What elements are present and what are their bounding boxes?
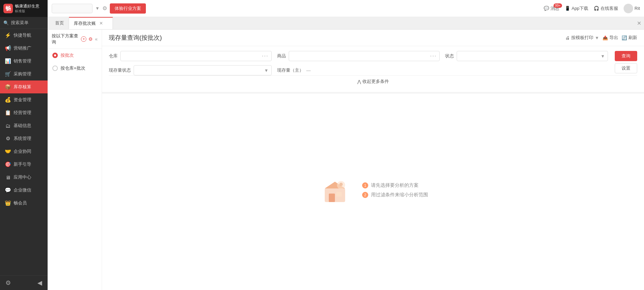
export-btn[interactable]: 📤 导出 — [603, 35, 618, 41]
sidebar-item-member[interactable]: 👑 畅会员 — [0, 197, 48, 210]
sidebar-collapse-btn[interactable]: ◀ — [35, 279, 44, 287]
svg-rect-2 — [329, 194, 335, 202]
scheme-dot-active — [52, 53, 58, 58]
brand-name: 畅康通好生意 — [15, 4, 39, 9]
warehouse-label: 仓库 — [109, 53, 118, 59]
customer-service-label: 在线客服 — [600, 5, 618, 12]
scheme-panel-title: 按以下方案查询 — [52, 33, 81, 45]
sidebar-item-label: 资金管理 — [14, 97, 31, 103]
messages-btn[interactable]: 💬 消息 99+ — [544, 5, 559, 12]
sidebar-item-label: 新手引导 — [14, 161, 31, 167]
filter-settings-btn[interactable]: 设置 — [615, 63, 637, 73]
page-header: 现存量查询(按批次) 🖨 按模板打印 ▼ 📤 导出 🔄 刷新 — [102, 30, 644, 46]
sidebar-item-enterprise[interactable]: 🤝 企业协同 — [0, 145, 48, 158]
search-icon: 🔍 — [3, 20, 9, 25]
scheme-dot-inactive — [52, 66, 58, 71]
enterprise-icon: 🤝 — [5, 148, 11, 155]
sidebar-item-finance[interactable]: 💰 资金管理 — [0, 93, 48, 106]
purchase-icon: 🛒 — [5, 71, 11, 77]
sidebar-item-operation[interactable]: 📋 经营管理 — [0, 106, 48, 119]
tab-inventory-batch-label: 库存批次账 — [74, 21, 96, 26]
app-download-label: App下载 — [572, 5, 588, 12]
status-select[interactable]: ▼ — [457, 51, 608, 61]
customer-service-btn[interactable]: 🎧 在线客服 — [594, 5, 618, 12]
refresh-btn[interactable]: 🔄 刷新 — [622, 35, 637, 41]
filter-row-2: 现存量状态 ▼ 现存量（主） — — [109, 65, 608, 75]
sidebar-search[interactable]: 🔍 搜索菜单 — [0, 17, 48, 29]
sidebar-item-label: 库存核算 — [14, 84, 31, 90]
product-dots-icon: ··· — [430, 53, 437, 59]
collapse-more-btn[interactable]: ⋀ 收起更多条件 — [109, 75, 637, 87]
scheme-panel-actions: + ⚙ « — [81, 36, 98, 42]
scheme-item-by-warehouse-batch[interactable]: 按仓库+批次 — [48, 62, 102, 75]
refresh-icon: 🔄 — [622, 35, 627, 40]
sidebar-item-quick-nav[interactable]: ⚡ 快捷导航 — [0, 29, 48, 42]
query-buttons: 查询 设置 — [615, 51, 637, 73]
sidebar-item-label: 销售管理 — [14, 58, 31, 64]
scheme-settings-btn[interactable]: ⚙ — [88, 36, 93, 42]
product-input[interactable]: ··· — [289, 51, 440, 61]
query-btn[interactable]: 查询 — [615, 51, 637, 61]
sidebar-item-system[interactable]: ⚙ 系统管理 — [0, 132, 48, 145]
stock-status-field: 现存量状态 ▼ — [109, 65, 272, 75]
sidebar-item-app[interactable]: 🖥 应用中心 — [0, 171, 48, 184]
scheme-collapse-left-icon[interactable]: « — [95, 36, 98, 42]
empty-state: 1 请先选择要分析的方案 2 用过滤条件来缩小分析范围 — [102, 94, 644, 290]
sidebar: 畅 畅康通好生意 标准版 🔍 搜索菜单 ⚡ 快捷导航 📢 营销推广 📊 销售管理… — [0, 0, 48, 290]
wechat-icon: 💬 — [5, 187, 11, 193]
app-download-btn[interactable]: 📱 App下载 — [565, 5, 588, 12]
topbar-gear-icon[interactable]: ⚙ — [102, 5, 107, 12]
scheme-add-btn[interactable]: + — [81, 36, 86, 42]
trial-btn[interactable]: 体验行业方案 — [110, 3, 146, 14]
page-title: 现存量查询(按批次) — [109, 34, 162, 42]
scheme-panel: 按以下方案查询 + ⚙ « 按批次 按仓库+批次 — [48, 30, 102, 290]
sidebar-item-label: 应用中心 — [14, 174, 31, 180]
scheme-item-by-batch[interactable]: 按批次 — [48, 49, 102, 62]
topbar-search-input[interactable] — [52, 4, 92, 13]
sidebar-item-label: 系统管理 — [14, 135, 31, 142]
close-panel-icon[interactable]: ✕ — [637, 20, 641, 26]
sidebar-item-guide[interactable]: 🎯 新手引导 — [0, 158, 48, 171]
query-panel: 现存量查询(按批次) 🖨 按模板打印 ▼ 📤 导出 🔄 刷新 — [102, 30, 644, 290]
sales-icon: 📊 — [5, 58, 11, 64]
tabs-bar: 首页 库存批次账 ✕ ✕ — [48, 17, 644, 30]
warehouse-filter-field: 仓库 ··· — [109, 51, 272, 61]
hint1-num: 1 — [362, 182, 368, 188]
export-icon: 📤 — [603, 35, 608, 40]
sidebar-item-label: 采购管理 — [14, 71, 31, 77]
warehouse-input[interactable]: ··· — [120, 51, 272, 61]
sidebar-item-label: 快捷导航 — [14, 32, 31, 38]
sidebar-item-basic[interactable]: 🗂 基础信息 — [0, 119, 48, 132]
user-avatar-btn[interactable]: Rit — [624, 4, 640, 13]
empty-text: 1 请先选择要分析的方案 2 用过滤条件来缩小分析范围 — [362, 182, 428, 201]
tab-home[interactable]: 首页 — [50, 17, 69, 29]
collapse-more-label: 收起更多条件 — [362, 78, 389, 85]
sidebar-item-marketing[interactable]: 📢 营销推广 — [0, 42, 48, 55]
content-area: 按以下方案查询 + ⚙ « 按批次 按仓库+批次 现存量查询(按批次) — [48, 30, 644, 290]
status-label: 状态 — [445, 53, 454, 59]
brand-logo: 畅 — [3, 4, 13, 13]
collapse-up-icon: ⋀ — [357, 79, 361, 84]
stock-status-select[interactable]: ▼ — [134, 65, 272, 75]
hint2-num: 2 — [362, 192, 368, 198]
tab-close-icon[interactable]: ✕ — [99, 21, 103, 26]
chevron-down-icon[interactable]: ▼ — [95, 6, 100, 11]
scheme-panel-header: 按以下方案查询 + ⚙ « — [48, 30, 102, 49]
topbar: ▼ ⚙ 体验行业方案 💬 消息 99+ 📱 App下载 🎧 在线客服 Rit — [48, 0, 644, 17]
sidebar-item-sales[interactable]: 📊 销售管理 — [0, 55, 48, 68]
message-icon: 💬 — [544, 6, 549, 11]
filter-area: 仓库 ··· 商品 ··· — [102, 46, 644, 92]
sidebar-item-label: 营销推广 — [14, 45, 31, 51]
hint1-text: 请先选择要分析的方案 — [371, 182, 419, 188]
sidebar-item-inventory[interactable]: 📦 库存核算 — [0, 80, 48, 93]
refresh-label: 刷新 — [628, 35, 637, 41]
sidebar-item-purchase[interactable]: 🛒 采购管理 — [0, 68, 48, 80]
main-area: ▼ ⚙ 体验行业方案 💬 消息 99+ 📱 App下载 🎧 在线客服 Rit — [48, 0, 644, 290]
product-filter-field: 商品 ··· — [277, 51, 440, 61]
tab-inventory-batch[interactable]: 库存批次账 ✕ — [69, 17, 113, 29]
basic-icon: 🗂 — [5, 123, 11, 129]
sidebar-item-wechat[interactable]: 💬 企业微信 — [0, 184, 48, 197]
print-template-btn[interactable]: 🖨 按模板打印 ▼ — [565, 35, 599, 41]
status-filter-field: 状态 ▼ — [445, 51, 608, 61]
sidebar-settings-btn[interactable]: ⚙ — [3, 279, 13, 287]
